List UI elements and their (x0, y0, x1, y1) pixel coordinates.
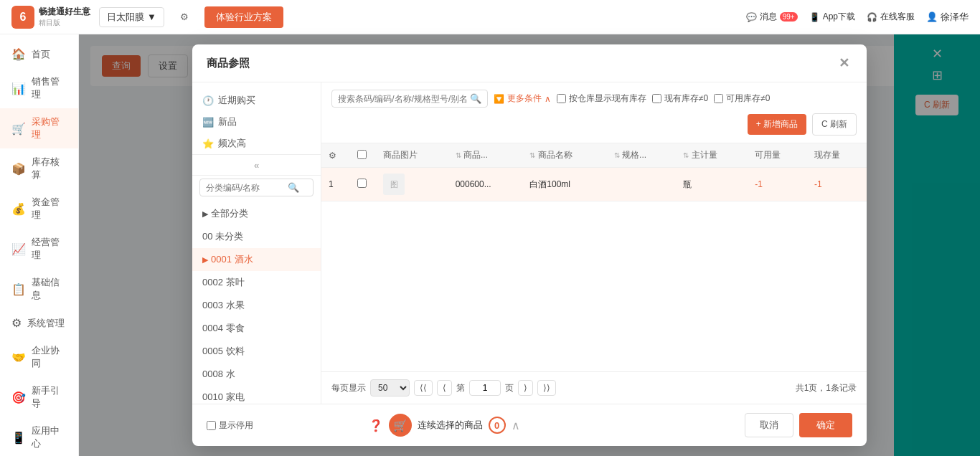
existing-checkbox-item[interactable]: 现有库存≠0 (652, 92, 708, 105)
cat-0010[interactable]: 0010 家电 (192, 386, 321, 404)
app-download-item[interactable]: 📱 App下载 (809, 11, 855, 23)
cat-0008-label: 0008 水 (202, 368, 235, 381)
help-icon[interactable]: ❓ (369, 419, 383, 432)
row-checkbox[interactable] (357, 179, 367, 188)
show-disabled-checkbox[interactable] (207, 421, 216, 430)
app-label: App下载 (823, 11, 855, 23)
sidebar-item-home[interactable]: 🏠 首页 (0, 40, 78, 68)
headset-icon: 🎧 (867, 12, 877, 22)
cat-search-input[interactable] (206, 183, 285, 193)
trial-button[interactable]: 体验行业方案 (204, 6, 283, 28)
sidebar-item-purchase[interactable]: 🛒 采购管理 (0, 108, 78, 148)
sort-code-icon[interactable]: ⇅ (456, 151, 461, 159)
sort-spec-icon[interactable]: ⇅ (614, 151, 620, 159)
page-last-button[interactable]: ⟩⟩ (537, 380, 556, 396)
system-icon: ⚙ (11, 316, 22, 330)
left-sidebar: 🏠 首页 📊 销售管理 🛒 采购管理 📦 库存核算 💰 资金管理 📈 经营管理 … (0, 34, 79, 456)
cat-new[interactable]: 🆕 新品 (192, 111, 321, 133)
cat-00[interactable]: 00 未分类 (192, 225, 321, 248)
sidebar-item-apps[interactable]: 📱 应用中心 (0, 417, 78, 456)
sidebar-item-system[interactable]: ⚙ 系统管理 (0, 309, 78, 337)
cat-0003[interactable]: 0003 水果 (192, 294, 321, 317)
nav-selector-label: 日太阳膜 (107, 11, 144, 24)
cell-spec (607, 168, 677, 201)
per-page-select[interactable]: 50 100 (370, 379, 410, 396)
table-row[interactable]: 1 图 000600... 白酒100ml (321, 168, 867, 201)
per-page-label: 每页显示 (331, 382, 366, 394)
cat-0002-label: 0002 茶叶 (202, 276, 245, 289)
gear-button[interactable]: ⚙ (173, 6, 196, 29)
cart-button[interactable]: 🛒 (389, 414, 412, 437)
service-label: 在线客服 (880, 11, 915, 23)
cat-recent-label: 近期购买 (218, 94, 255, 107)
footer-collapse-button[interactable]: ∧ (512, 419, 520, 432)
message-label: 消息 (760, 11, 777, 23)
cat-0005[interactable]: 0005 饮料 (192, 340, 321, 363)
page-first-button[interactable]: ⟨⟨ (414, 380, 433, 396)
product-search-input[interactable] (338, 94, 467, 104)
new-icon: 🆕 (202, 117, 214, 128)
sidebar-label-purchase: 采购管理 (32, 115, 67, 141)
filter-icon: 🔽 (494, 94, 504, 104)
filter-arrow-icon: ∧ (545, 94, 551, 104)
sidebar-item-ops[interactable]: 📈 经营管理 (0, 229, 78, 269)
search-icon[interactable]: 🔍 (470, 93, 481, 104)
user-icon: 👤 (926, 11, 938, 22)
cat-search-icon[interactable]: 🔍 (288, 182, 299, 193)
show-disabled-checkbox-item[interactable]: 显示停用 (207, 419, 253, 432)
cart-count-badge: 0 (489, 417, 506, 434)
sort-name-icon[interactable]: ⇅ (529, 151, 535, 159)
usable-checkbox-item[interactable]: 可用库存≠0 (714, 92, 770, 105)
logo-area: 6 畅捷通好生意 精目版 (11, 6, 90, 29)
sales-icon: 📊 (11, 82, 26, 95)
sidebar-label-home: 首页 (32, 48, 50, 61)
arrow-icon-0001: ▶ (202, 255, 208, 265)
warehouse-checkbox[interactable] (557, 94, 566, 103)
sidebar-item-finance[interactable]: 💰 资金管理 (0, 189, 78, 229)
sidebar-item-base[interactable]: 📋 基础信息 (0, 269, 78, 309)
sidebar-item-inventory[interactable]: 📦 库存核算 (0, 148, 78, 189)
existing-checkbox[interactable] (652, 94, 661, 103)
page-prev-button[interactable]: ⟨ (437, 380, 452, 396)
warehouse-checkbox-item[interactable]: 按仓库显示现有库存 (557, 92, 646, 105)
modal-main-content: 🔍 🔽 更多条件 ∧ 按仓库显示现有库存 (321, 82, 867, 404)
cat-frequent[interactable]: ⭐ 频次高 (192, 133, 321, 154)
logo-text: 畅捷通好生意 精目版 (39, 6, 90, 28)
more-filter-button[interactable]: 🔽 更多条件 ∧ (494, 92, 551, 105)
cat-recent[interactable]: 🕐 近期购买 (192, 90, 321, 111)
content-area: 查询 设置 ✕ ⊞ C 刷新 商品参照 ✕ (79, 34, 980, 456)
settings-icon[interactable]: ⚙ (329, 151, 336, 161)
service-item[interactable]: 🎧 在线客服 (867, 11, 915, 23)
cat-0001[interactable]: ▶ 0001 酒水 (192, 248, 321, 271)
col-settings[interactable]: ⚙ (321, 143, 350, 168)
cat-0002[interactable]: 0002 茶叶 (192, 271, 321, 294)
purchase-icon: 🛒 (11, 122, 26, 136)
sidebar-item-sales[interactable]: 📊 销售管理 (0, 68, 78, 108)
select-all-checkbox[interactable] (357, 150, 367, 159)
page-number-input[interactable] (469, 380, 501, 396)
user-area[interactable]: 👤 徐泽华 (926, 11, 969, 24)
sidebar-item-guide[interactable]: 🎯 新手引导 (0, 377, 78, 417)
user-name: 徐泽华 (941, 11, 969, 24)
refresh-button[interactable]: C 刷新 (812, 113, 857, 136)
sidebar-item-collab[interactable]: 🤝 企业协同 (0, 337, 78, 377)
cat-all[interactable]: ▶ 全部分类 (192, 202, 321, 225)
cell-checkbox[interactable] (350, 168, 376, 201)
cancel-button[interactable]: 取消 (745, 413, 793, 437)
confirm-button[interactable]: 确定 (799, 413, 852, 437)
cat-0004[interactable]: 0004 零食 (192, 317, 321, 340)
usable-checkbox[interactable] (714, 94, 723, 103)
modal-close-button[interactable]: ✕ (835, 54, 852, 72)
page-next-button[interactable]: ⟩ (518, 380, 533, 396)
add-product-button[interactable]: + 新增商品 (748, 114, 806, 135)
nav-selector[interactable]: 日太阳膜 ▼ (99, 7, 164, 27)
cat-0004-label: 0004 零食 (202, 322, 245, 335)
sidebar-label-inventory: 库存核算 (32, 156, 67, 181)
logo-icon: 6 (11, 6, 34, 29)
collapse-cat-button[interactable]: « (250, 158, 264, 172)
page-label-di: 第 (456, 382, 465, 394)
cat-0008[interactable]: 0008 水 (192, 363, 321, 386)
message-item[interactable]: 💬 消息 99+ (746, 11, 798, 23)
main-layout: 🏠 首页 📊 销售管理 🛒 采购管理 📦 库存核算 💰 资金管理 📈 经营管理 … (0, 34, 980, 456)
sort-unit-icon[interactable]: ⇅ (683, 151, 689, 159)
